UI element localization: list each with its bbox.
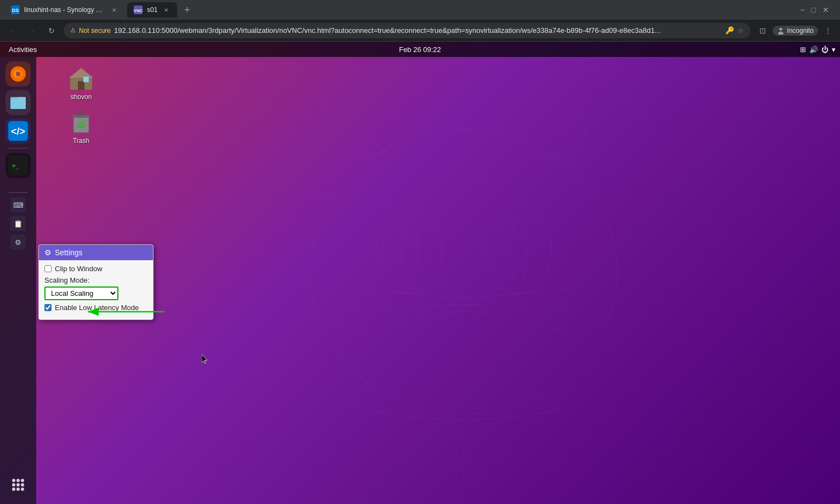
sidebar-separator: [8, 148, 28, 148]
tab-2[interactable]: VNC s01 ✕: [127, 2, 177, 18]
sidebar-item-firefox[interactable]: [5, 61, 31, 87]
sidebar-item-files[interactable]: [5, 90, 31, 115]
bookmark-icon[interactable]: ☆: [737, 26, 744, 35]
svg-text:VNC: VNC: [134, 8, 143, 13]
desktop-icon-trash[interactable]: ♻ Trash: [66, 106, 97, 147]
svg-rect-45: [83, 77, 89, 82]
scaling-mode-select[interactable]: Local Scaling Remote Resizing None: [44, 287, 118, 300]
svg-point-36: [12, 483, 15, 486]
clip-to-window-label: Clip to Window: [55, 265, 103, 273]
power-icon[interactable]: ⏻: [821, 45, 828, 54]
home-icon-image: [68, 65, 94, 91]
scaling-mode-row: Local Scaling Remote Resizing None: [44, 287, 147, 300]
show-apps-button[interactable]: [5, 472, 31, 497]
desktop-icon-home[interactable]: shovon: [66, 62, 97, 103]
svg-rect-28: [10, 98, 26, 109]
maximize-button[interactable]: □: [811, 5, 816, 14]
topbar-arrow-icon[interactable]: ▾: [832, 45, 836, 54]
novnc-settings-button[interactable]: ⚙: [10, 234, 26, 250]
home-icon-label: shovon: [71, 93, 92, 101]
trash-icon-label: Trash: [73, 137, 89, 145]
svg-rect-44: [78, 81, 84, 90]
tab-2-close[interactable]: ✕: [162, 5, 171, 14]
window-controls: − □ ✕: [800, 5, 836, 14]
security-warning-icon: ⚠: [70, 27, 76, 34]
sidebar-item-terminal[interactable]: >_: [5, 153, 31, 178]
toolbar-right: ⊡ Incognito ⋮: [755, 23, 836, 38]
svg-point-5: [778, 32, 784, 35]
mouse-cursor: [202, 354, 208, 365]
svg-point-4: [779, 28, 782, 31]
close-button[interactable]: ✕: [822, 5, 829, 14]
svg-marker-52: [202, 354, 207, 364]
svg-text:♻: ♻: [77, 121, 85, 130]
incognito-badge: Incognito: [773, 26, 818, 36]
sidebar-separator-2: [8, 192, 28, 193]
settings-popup: ⚙ Settings Clip to Window Scaling Mode: …: [38, 244, 154, 320]
settings-title: Settings: [55, 248, 83, 257]
svg-rect-6: [778, 30, 784, 31]
svg-point-11: [486, 206, 552, 294]
new-tab-button[interactable]: +: [179, 2, 195, 18]
svg-text:DS: DS: [12, 8, 19, 13]
svg-point-41: [21, 488, 24, 491]
svg-line-19: [464, 305, 574, 310]
svg-marker-43: [69, 68, 93, 78]
novnc-clipboard-button[interactable]: 📋: [10, 216, 26, 231]
gnome-sidebar: </> >_ ⌨ 📋 ⚙: [0, 57, 36, 504]
cast-icon[interactable]: ⊡: [755, 23, 770, 38]
svg-point-10: [376, 206, 442, 294]
display-icon[interactable]: ⊞: [800, 45, 806, 54]
svg-line-18: [464, 288, 574, 299]
security-text: Not secure: [79, 27, 111, 35]
back-button[interactable]: ←: [4, 23, 20, 38]
minimize-button[interactable]: −: [800, 5, 804, 14]
key-icon: 🔑: [725, 26, 734, 35]
svg-marker-8: [321, 107, 387, 162]
tab-bar: DS linuxhint-nas - Synology NAS ✕ VNC s0…: [0, 0, 840, 20]
tab-1[interactable]: DS linuxhint-nas - Synology NAS ✕: [4, 2, 125, 18]
vnc-area: Activities Feb 26 09:22 ⊞ 🔊 ⏻ ▾: [0, 42, 840, 504]
svg-line-22: [310, 195, 409, 206]
svg-point-13: [510, 217, 527, 283]
clip-to-window-row: Clip to Window: [44, 265, 147, 273]
url-box[interactable]: ⚠ Not secure 192.168.0.110:5000/webman/3…: [64, 23, 751, 38]
tab-1-close[interactable]: ✕: [110, 5, 118, 14]
svg-point-35: [21, 479, 24, 482]
forward-button[interactable]: →: [24, 23, 39, 38]
svg-point-38: [21, 483, 24, 486]
svg-line-15: [354, 288, 464, 299]
url-text: 192.168.0.110:5000/webman/3rdparty/Virtu…: [114, 26, 722, 35]
incognito-label: Incognito: [787, 27, 814, 35]
gnome-topbar: Activities Feb 26 09:22 ⊞ 🔊 ⏻ ▾: [0, 42, 840, 57]
clip-to-window-checkbox[interactable]: [44, 265, 52, 272]
svg-line-17: [354, 310, 464, 332]
settings-gear-icon: ⚙: [44, 248, 52, 257]
svg-line-20: [464, 310, 574, 332]
low-latency-checkbox[interactable]: [44, 304, 52, 311]
svg-text:</>: </>: [11, 126, 25, 137]
svg-point-39: [12, 488, 15, 491]
svg-point-40: [16, 488, 20, 491]
novnc-keyboard-button[interactable]: ⌨: [10, 197, 26, 213]
svg-point-12: [401, 217, 417, 283]
settings-body: Clip to Window Scaling Mode: Local Scali…: [39, 260, 153, 319]
svg-point-7: [310, 129, 617, 414]
topbar-right: ⊞ 🔊 ⏻ ▾: [800, 45, 836, 54]
volume-icon[interactable]: 🔊: [809, 45, 818, 54]
settings-header: ⚙ Settings: [39, 245, 153, 260]
tab-2-title: s01: [147, 6, 157, 14]
svg-marker-14: [453, 294, 475, 305]
svg-rect-48: [78, 113, 84, 116]
tab-2-favicon: VNC: [134, 5, 143, 14]
trash-icon-image: ♻: [68, 108, 94, 135]
reload-button[interactable]: ↻: [44, 23, 59, 38]
low-latency-row: Enable Low Latency Mode: [44, 303, 147, 312]
activities-button[interactable]: Activities: [4, 45, 41, 54]
sidebar-item-vscode[interactable]: </>: [5, 118, 31, 144]
svg-text:>_: >_: [12, 162, 20, 169]
svg-line-16: [354, 305, 464, 310]
svg-point-33: [12, 479, 15, 482]
menu-icon[interactable]: ⋮: [820, 23, 836, 38]
clock: Feb 26 09:22: [399, 45, 441, 54]
